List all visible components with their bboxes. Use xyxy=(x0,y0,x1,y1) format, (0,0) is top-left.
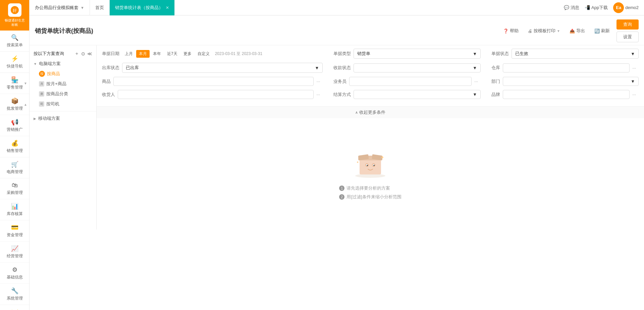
sidebar-item-wholesale[interactable]: 📦 批发管理 ▲ xyxy=(0,94,29,115)
brand-input[interactable] xyxy=(503,90,630,99)
filter-out-status: 出库状态 已出库 ▼ xyxy=(102,63,323,73)
filter-collect-status: 收款状态 ▼ xyxy=(333,63,481,72)
scheme-group-desktop-header[interactable]: ▼ 电脑端方案 xyxy=(30,59,96,69)
purchase-icon: 🛍 xyxy=(12,182,18,189)
scheme-group-mobile-header[interactable]: ▶ 移动端方案 xyxy=(30,113,96,123)
scheme-item-by-category[interactable]: 类 按商品分类 xyxy=(30,89,96,99)
brand-dots-btn[interactable]: ··· xyxy=(630,92,639,97)
sidebar: 好 畅捷通好生意 标账 🔍 搜索菜单 ⚡ 快捷导航 🏪 零售管理 ▼ 📦 批发管… xyxy=(0,0,30,310)
receiver-label: 收货人 xyxy=(102,92,115,98)
sidebar-item-sales[interactable]: 💰 销售管理 xyxy=(0,136,29,157)
sidebar-item-retail[interactable]: 🏪 零售管理 ▼ xyxy=(0,73,29,94)
date-tab-custom[interactable]: 自定义 xyxy=(195,50,212,58)
warehouse-dots-btn[interactable]: ··· xyxy=(630,65,639,70)
tab-close-icon[interactable]: ✕ xyxy=(166,5,169,10)
tab-home[interactable]: 首页 xyxy=(90,0,110,15)
app-download-label: App下载 xyxy=(591,5,608,11)
salesman-dots-btn[interactable]: ··· xyxy=(472,79,481,84)
tip2-num: 2 xyxy=(339,194,344,200)
date-tab-last-7[interactable]: 近7天 xyxy=(164,50,180,58)
sales-icon: 💰 xyxy=(11,140,18,147)
collect-status-label: 收款状态 xyxy=(333,65,351,71)
collapse-scheme-btn[interactable]: ≪ xyxy=(87,51,92,56)
scheme-panel-title: 按以下方案查询 xyxy=(34,51,64,57)
account-selector[interactable]: 办公用品行业模拟账套 ▼ xyxy=(30,0,90,15)
sidebar-item-basic[interactable]: ⚙ 基础信息 xyxy=(0,263,29,284)
settlement-select[interactable]: ▼ xyxy=(354,90,481,99)
svg-text:✦: ✦ xyxy=(356,160,359,164)
sidebar-item-finance[interactable]: 💳 资金管理 xyxy=(0,220,29,242)
out-status-select[interactable]: 已出库 ▼ xyxy=(122,63,323,73)
page-actions: ❓ 帮助 🖨 按模板打印 ▼ 📤 导出 🔄 刷新 xyxy=(500,19,639,42)
doc-status-label: 单据状态 xyxy=(491,51,509,57)
refresh-btn[interactable]: 🔄 刷新 xyxy=(592,27,612,35)
department-arrow-icon: ▼ xyxy=(631,79,635,84)
settings-btn[interactable]: 设置 xyxy=(616,32,639,42)
print-btn[interactable]: 🖨 按模板打印 ▼ xyxy=(525,27,563,35)
tip2-text: 用[过滤]条件来缩小分析范围 xyxy=(346,194,401,200)
receiver-input[interactable] xyxy=(118,90,314,99)
product-dots-btn[interactable]: ··· xyxy=(314,79,323,84)
scheme-panel-header: 按以下方案查询 ＋ ⊙ ≪ xyxy=(30,49,96,59)
operation-label: 经营管理 xyxy=(7,253,23,259)
date-tab-this-month[interactable]: 本月 xyxy=(136,50,150,58)
top-nav: 办公用品行业模拟账套 ▼ 首页 销货单统计表（按商品） ✕ 💬 消息 📲 App… xyxy=(30,0,644,15)
date-tab-last-month[interactable]: 上月 xyxy=(122,50,136,58)
add-scheme-btn[interactable]: ＋ xyxy=(74,51,79,57)
search-menu-btn[interactable]: 🔍 搜索菜单 xyxy=(0,31,29,52)
refresh-icon: 🔄 xyxy=(594,29,600,34)
filter-settlement: 结算方式 ▼ xyxy=(333,90,481,99)
collapse-bar[interactable]: ∧ 收起更多条件 xyxy=(97,106,644,118)
export-btn[interactable]: 📤 导出 xyxy=(567,27,588,35)
empty-tips: 1 请先选择要分析的方案 2 用[过滤]条件来缩小分析范围 xyxy=(339,185,401,203)
system-icon: 🔧 xyxy=(11,287,18,295)
sidebar-item-enterprise[interactable]: 🤝 企业协同 xyxy=(0,305,29,310)
app-download-btn[interactable]: 📲 App下载 xyxy=(585,5,608,11)
date-control: 上月 本月 本年 近7天 更多 自定义 2023-03-01 至 2023-03… xyxy=(122,50,323,58)
product-input[interactable] xyxy=(113,77,314,86)
scheme-item-by-month-product[interactable]: 月 按月+商品 xyxy=(30,79,96,89)
date-tab-this-year[interactable]: 本年 xyxy=(150,50,164,58)
help-btn[interactable]: ❓ 帮助 xyxy=(500,27,521,35)
tab-sales-stat[interactable]: 销货单统计表（按商品） ✕ xyxy=(110,0,175,15)
scheme-item-by-driver[interactable]: 司 按司机 xyxy=(30,99,96,109)
doc-status-select[interactable]: 已生效 ▼ xyxy=(512,49,639,59)
warehouse-input[interactable] xyxy=(503,63,630,72)
page-title-bar: 销货单统计表(按商品) ❓ 帮助 🖨 按模板打印 ▼ 📤 导出 xyxy=(30,15,644,45)
scheme-panel-actions: ＋ ⊙ ≪ xyxy=(74,51,92,57)
collapse-icon: ∧ xyxy=(355,110,358,115)
brand-label: 品牌 xyxy=(491,92,500,98)
logo-icon: 好 xyxy=(8,3,21,17)
sidebar-item-purchase[interactable]: 🛍 采购管理 xyxy=(0,178,29,199)
doc-status-value: 已生效 xyxy=(515,51,528,57)
sidebar-item-ecommerce[interactable]: 🛒 电商管理 xyxy=(0,157,29,178)
setting-scheme-btn[interactable]: ⊙ xyxy=(81,51,85,56)
sidebar-item-marketing[interactable]: 📢 营销推广 xyxy=(0,115,29,136)
tab-sales-stat-label: 销货单统计表（按商品） xyxy=(115,5,163,11)
quick-nav-btn[interactable]: ⚡ 快捷导航 xyxy=(0,52,29,73)
svg-point-9 xyxy=(367,165,368,166)
sidebar-item-inventory[interactable]: 📊 库存核算 xyxy=(0,199,29,220)
account-label: 办公用品行业模拟账套 xyxy=(35,5,78,11)
date-tab-more[interactable]: 更多 xyxy=(181,50,194,58)
salesman-input[interactable] xyxy=(349,77,472,86)
messages-btn[interactable]: 💬 消息 xyxy=(564,5,579,11)
doc-type-select[interactable]: 销货单 ▼ xyxy=(354,49,481,59)
sidebar-item-operation[interactable]: 📈 经营管理 xyxy=(0,242,29,263)
user-profile[interactable]: Ea demo2 xyxy=(613,2,639,13)
filter-warehouse: 仓库 ··· xyxy=(491,63,639,72)
query-btn[interactable]: 查询 xyxy=(616,19,639,30)
empty-illustration: ✦ ✦ xyxy=(350,145,390,178)
department-select[interactable]: ▼ xyxy=(503,77,639,86)
scheme-item-by-driver-label: 按司机 xyxy=(46,101,59,107)
filter-salesman: 业务员 ··· xyxy=(333,77,481,86)
sidebar-item-system[interactable]: 🔧 系统管理 xyxy=(0,284,29,305)
svg-point-10 xyxy=(373,165,375,166)
mobile-group-label: 移动端方案 xyxy=(38,115,60,121)
collect-status-select[interactable]: ▼ xyxy=(354,63,481,72)
help-icon: ❓ xyxy=(503,29,508,34)
scheme-item-by-month-label: 按月+商品 xyxy=(46,81,66,87)
scheme-item-by-product[interactable]: 按 按商品 xyxy=(30,69,96,79)
marketing-label: 营销推广 xyxy=(7,127,23,133)
receiver-dots-btn[interactable]: ··· xyxy=(314,92,323,97)
